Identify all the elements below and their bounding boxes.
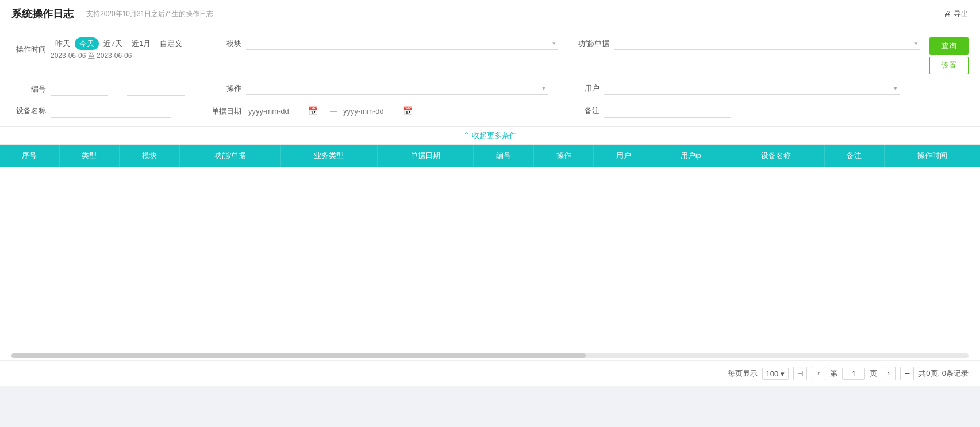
col-operation: 操作	[533, 145, 593, 167]
user-filter: 用户 ▾	[559, 82, 900, 95]
module-select[interactable]: ▾	[246, 37, 558, 50]
operation-select[interactable]: ▾	[246, 82, 548, 95]
module-label: 模块	[207, 39, 241, 49]
calendar-icon-to[interactable]: 📅	[403, 106, 413, 116]
page-label: 第	[830, 368, 837, 379]
date-to-wrap: 📅	[341, 104, 421, 118]
number-input-from[interactable]	[51, 82, 108, 96]
last-page-button[interactable]: ⊢	[900, 367, 914, 380]
col-op-time: 操作时间	[884, 145, 980, 167]
page-number-input[interactable]	[842, 368, 865, 380]
per-page-select[interactable]: 100 ▾	[762, 368, 789, 380]
next-page-button[interactable]: ›	[882, 367, 896, 380]
first-page-button[interactable]: ⊣	[793, 367, 807, 380]
device-filter: 设备名称	[11, 104, 195, 118]
user-label: 用户	[559, 83, 599, 94]
operation-label: 操作	[207, 83, 241, 94]
col-number: 编号	[474, 145, 533, 167]
table-area: 序号 类型 模块 功能/单据 业务类型 单据日期 编号 操作 用户 用户ip 设…	[0, 145, 980, 351]
date-sep: —	[330, 107, 337, 116]
col-user-ip: 用户ip	[654, 145, 728, 167]
header-row: 序号 类型 模块 功能/单据 业务类型 单据日期 编号 操作 用户 用户ip 设…	[0, 145, 980, 167]
chevron-down-icon-2: ▾	[914, 40, 918, 47]
time-options-row: 昨天 今天 近7天 近1月 自定义	[51, 37, 187, 50]
chevron-down-icon-3: ▾	[542, 84, 545, 92]
time-label: 操作时间	[11, 44, 46, 55]
export-label: 导出	[954, 9, 969, 19]
number-input-wrap: —	[51, 82, 195, 96]
function-label: 功能/单据	[570, 39, 610, 49]
page-header: 系统操作日志 支持2020年10月31日之后产生的操作日志 🖨 导出	[0, 0, 980, 28]
per-page-value: 100	[766, 370, 779, 378]
remark-label: 备注	[559, 106, 599, 116]
time-btn-1month[interactable]: 近1月	[127, 37, 155, 50]
export-icon: 🖨	[943, 9, 951, 18]
col-module: 模块	[120, 145, 179, 167]
horizontal-scrollbar[interactable]	[11, 353, 969, 358]
time-btn-custom[interactable]: 自定义	[155, 37, 187, 50]
time-btn-today[interactable]: 今天	[75, 37, 99, 50]
time-filter: 操作时间 昨天 今天 近7天 近1月 自定义 2023-06-06 至 2023…	[11, 37, 195, 61]
number-label: 编号	[11, 84, 46, 94]
filter-row-1: 操作时间 昨天 今天 近7天 近1月 自定义 2023-06-06 至 2023…	[11, 37, 969, 74]
date-from-input[interactable]	[248, 107, 306, 116]
device-label: 设备名称	[11, 106, 46, 116]
query-button[interactable]: 查询	[929, 37, 969, 55]
time-date-range: 2023-06-06 至 2023-06-06	[51, 51, 187, 61]
time-btn-yesterday[interactable]: 昨天	[51, 37, 75, 50]
time-btn-7days[interactable]: 近7天	[99, 37, 127, 50]
time-group: 昨天 今天 近7天 近1月 自定义 2023-06-06 至 2023-06-0…	[51, 37, 187, 61]
col-voucher-date: 单据日期	[377, 145, 474, 167]
data-table: 序号 类型 模块 功能/单据 业务类型 单据日期 编号 操作 用户 用户ip 设…	[0, 145, 980, 167]
number-dash: —	[114, 85, 121, 94]
filter-row-2: 编号 — 操作 ▾ 用户 ▾	[11, 82, 969, 96]
user-select[interactable]: ▾	[604, 82, 900, 95]
pagination-bar: 每页显示 100 ▾ ⊣ ‹ 第 页 › ⊢ 共0页, 0条记录	[0, 360, 980, 386]
collapse-icon: ⌃	[463, 131, 472, 140]
device-input[interactable]	[51, 104, 171, 118]
per-page-label: 每页显示	[728, 368, 758, 379]
function-select[interactable]: ▾	[614, 37, 921, 50]
col-device: 设备名称	[728, 145, 824, 167]
action-buttons: 查询 设置	[920, 37, 969, 74]
number-filter: 编号 —	[11, 82, 195, 96]
action-btn-group: 查询 设置	[929, 37, 969, 74]
remark-filter: 备注	[559, 104, 900, 118]
prev-page-button[interactable]: ‹	[812, 367, 825, 380]
page-subtitle: 支持2020年10月31日之后产生的操作日志	[86, 9, 213, 19]
table-header: 序号 类型 模块 功能/单据 业务类型 单据日期 编号 操作 用户 用户ip 设…	[0, 145, 980, 167]
number-input-to[interactable]	[127, 82, 185, 96]
col-seq: 序号	[0, 145, 59, 167]
calendar-icon-from[interactable]: 📅	[308, 106, 318, 116]
chevron-down-icon-4: ▾	[894, 84, 897, 92]
date-to-input[interactable]	[343, 107, 401, 116]
setting-button[interactable]: 设置	[929, 57, 969, 74]
operation-filter: 操作 ▾	[207, 82, 548, 95]
collapse-bar[interactable]: ⌃ 收起更多条件	[0, 127, 980, 145]
col-biz-type: 业务类型	[281, 145, 378, 167]
function-filter: 功能/单据 ▾	[570, 37, 921, 50]
export-button[interactable]: 🖨 导出	[943, 9, 969, 19]
page-title: 系统操作日志	[11, 7, 74, 21]
scrollbar-area	[0, 351, 980, 360]
empty-state	[0, 167, 980, 351]
module-filter: 模块 ▾	[207, 37, 558, 50]
col-remark: 备注	[824, 145, 884, 167]
scrollbar-thumb[interactable]	[11, 353, 586, 358]
col-type: 类型	[59, 145, 119, 167]
filter-area: 操作时间 昨天 今天 近7天 近1月 自定义 2023-06-06 至 2023…	[0, 28, 980, 127]
page-unit: 页	[870, 368, 877, 379]
remark-input[interactable]	[604, 104, 731, 118]
total-text: 共0页, 0条记录	[918, 368, 969, 379]
collapse-label: 收起更多条件	[472, 131, 517, 140]
chevron-down-icon-5: ▾	[781, 370, 785, 378]
filter-row-3: 设备名称 单据日期 📅 — 📅 备注	[11, 104, 969, 118]
date-from-wrap: 📅	[246, 104, 326, 118]
col-user: 用户	[594, 145, 654, 167]
col-function: 功能/单据	[179, 145, 280, 167]
voucher-date-label: 单据日期	[207, 106, 241, 117]
voucher-date-filter: 单据日期 📅 — 📅	[207, 104, 548, 118]
chevron-down-icon: ▾	[552, 40, 556, 47]
